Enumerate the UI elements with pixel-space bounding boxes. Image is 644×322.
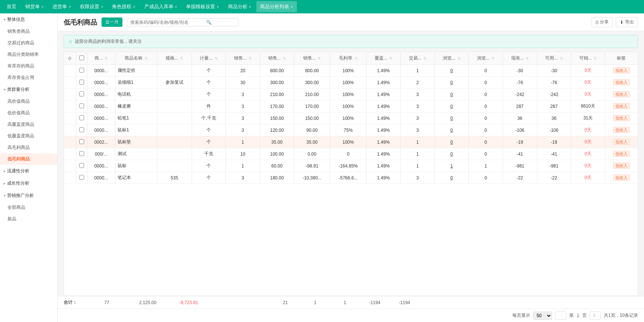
- sidebar-item-有库存的商品[interactable]: 有库存的商品: [0, 60, 57, 72]
- row-settings[interactable]: [64, 89, 76, 101]
- close-tab-icon[interactable]: ×: [133, 4, 135, 9]
- row-browse1[interactable]: 0: [435, 172, 469, 184]
- row-browse1[interactable]: 0: [435, 124, 469, 136]
- row-unit: 个: [192, 160, 226, 172]
- row-settings[interactable]: [64, 172, 76, 184]
- row-checkbox[interactable]: [79, 175, 84, 180]
- close-tab-icon[interactable]: ×: [291, 4, 293, 9]
- sidebar-group-成长性分析[interactable]: ▸成长性分析: [0, 177, 57, 189]
- page-header: 低毛利商品 近一月 🔍 ⎙ 分享 ⬇ 导出: [58, 13, 644, 31]
- row-settings[interactable]: [64, 148, 76, 160]
- sidebar-item-高覆盖度商品[interactable]: 高覆盖度商品: [0, 119, 57, 130]
- export-button[interactable]: ⬇ 导出: [616, 17, 638, 27]
- close-tab-icon[interactable]: ×: [68, 4, 71, 9]
- row-settings[interactable]: [64, 112, 76, 124]
- row-checkbox[interactable]: [79, 151, 84, 156]
- row-code: 0000...: [87, 89, 115, 101]
- top-navigation: 首页销货单×进货单×权限设置×角色授权×产成品入库单×单据模板设置×商品分析×商…: [0, 0, 644, 13]
- row-current-stock: -981: [503, 160, 537, 172]
- row-sales-qty: 1: [226, 136, 260, 148]
- row-browse1[interactable]: 0: [435, 101, 469, 112]
- row-sales-amount: 170.00: [260, 101, 294, 112]
- share-button[interactable]: ⎙ 分享: [592, 17, 613, 27]
- sidebar-item-销售类商品[interactable]: 销售类商品: [0, 26, 57, 37]
- row-tag: 低收入: [605, 77, 638, 89]
- row-settings[interactable]: [64, 136, 76, 148]
- close-tab-icon[interactable]: ×: [175, 4, 177, 9]
- sidebar-item-低毛利商品[interactable]: 低毛利商品: [0, 153, 57, 165]
- nav-item-进货单[interactable]: 进货单×: [49, 1, 74, 12]
- close-tab-icon[interactable]: ×: [101, 4, 103, 9]
- row-browse1[interactable]: 1: [435, 160, 469, 172]
- prev-page-button[interactable]: 〈: [555, 311, 566, 320]
- row-no: [76, 77, 87, 89]
- table-row: 0000... 吴细细1 参加复试 个 30 300.00 300.00 100…: [64, 77, 638, 89]
- row-checkbox[interactable]: [79, 80, 84, 85]
- row-settings[interactable]: [64, 101, 76, 112]
- row-coverage: 1.49%: [366, 160, 401, 172]
- main-layout: ▾整体信息销售类商品交易过的商品商品分类助销率有库存的商品库存资金占用▾类群量分…: [0, 13, 644, 322]
- sidebar-item-全部商品[interactable]: 全部商品: [0, 202, 57, 213]
- row-code: 0002...: [87, 136, 115, 148]
- row-browse1[interactable]: 0: [435, 89, 469, 101]
- nav-item-商品分析列表[interactable]: 商品分析列表×: [256, 1, 297, 12]
- sidebar-item-库存资金占用[interactable]: 库存资金占用: [0, 72, 57, 83]
- sidebar-item-高价值商品[interactable]: 高价值商品: [0, 96, 57, 107]
- sidebar-item-低覆盖度商品[interactable]: 低覆盖度商品: [0, 130, 57, 142]
- row-spec: 参加复试: [157, 77, 192, 89]
- sidebar-item-高毛利商品[interactable]: 高毛利商品: [0, 142, 57, 153]
- search-input[interactable]: [130, 20, 205, 25]
- row-checkbox[interactable]: [79, 115, 84, 120]
- row-checkbox[interactable]: [79, 139, 84, 144]
- row-tag: 低收入: [605, 101, 638, 112]
- filter-recent-button[interactable]: 近一月: [102, 17, 122, 27]
- close-tab-icon[interactable]: ×: [41, 4, 44, 9]
- next-page-button[interactable]: 〉: [590, 311, 601, 320]
- footer-coverage: [241, 300, 270, 305]
- nav-item-销货单[interactable]: 销货单×: [22, 1, 47, 12]
- row-checkbox[interactable]: [79, 163, 84, 168]
- row-browse1[interactable]: 0: [435, 148, 469, 160]
- row-coverage: 1.49%: [366, 77, 401, 89]
- row-settings[interactable]: [64, 65, 76, 77]
- row-settings[interactable]: [64, 160, 76, 172]
- row-checkbox[interactable]: [79, 103, 84, 108]
- sidebar-item-商品分类助销率[interactable]: 商品分类助销率: [0, 49, 57, 60]
- row-trade: 3: [400, 101, 435, 112]
- row-sellable: 0天: [571, 65, 605, 77]
- row-sellable: 0天: [571, 136, 605, 148]
- close-tab-icon[interactable]: ×: [217, 4, 219, 9]
- row-code: 0000...: [87, 65, 115, 77]
- row-settings[interactable]: [64, 77, 76, 89]
- sidebar-group-整体信息[interactable]: ▾整体信息: [0, 13, 57, 26]
- search-icon[interactable]: 🔍: [206, 20, 212, 25]
- nav-item-商品分析[interactable]: 商品分析×: [224, 1, 255, 12]
- row-checkbox[interactable]: [79, 127, 84, 132]
- row-trade: 3: [400, 112, 435, 124]
- row-checkbox[interactable]: [79, 92, 84, 96]
- page-size-select[interactable]: 50 20 100: [533, 312, 552, 320]
- nav-item-单据模板设置[interactable]: 单据模板设置×: [182, 1, 222, 12]
- row-browse1[interactable]: 0: [435, 112, 469, 124]
- sidebar-item-新品[interactable]: 新品: [0, 213, 57, 225]
- row-browse1[interactable]: 0: [435, 136, 469, 148]
- nav-item-首页[interactable]: 首页: [3, 1, 20, 12]
- row-checkbox[interactable]: [79, 68, 84, 73]
- sidebar-item-低价值商品[interactable]: 低价值商品: [0, 107, 57, 119]
- nav-item-角色授权[interactable]: 角色授权×: [108, 1, 139, 12]
- row-browse2: 0: [469, 65, 503, 77]
- settings-column-header[interactable]: ⚙: [64, 52, 76, 65]
- select-all-checkbox[interactable]: [79, 55, 84, 60]
- row-settings[interactable]: [64, 124, 76, 136]
- row-spec: 535: [157, 172, 192, 184]
- row-browse1[interactable]: 0: [435, 65, 469, 77]
- sidebar-group-流通性分析[interactable]: ▸流通性分析: [0, 165, 57, 177]
- row-browse1[interactable]: 0: [435, 77, 469, 89]
- sidebar-item-交易过的商品[interactable]: 交易过的商品: [0, 37, 57, 49]
- row-coverage: 1.49%: [366, 101, 401, 112]
- sidebar-group-营销推广分析[interactable]: ▾营销推广分析: [0, 189, 57, 202]
- close-tab-icon[interactable]: ×: [249, 4, 251, 9]
- nav-item-权限设置[interactable]: 权限设置×: [76, 1, 107, 12]
- nav-item-产成品入库单[interactable]: 产成品入库单×: [141, 1, 181, 12]
- sidebar-group-类群量分析[interactable]: ▾类群量分析: [0, 83, 57, 96]
